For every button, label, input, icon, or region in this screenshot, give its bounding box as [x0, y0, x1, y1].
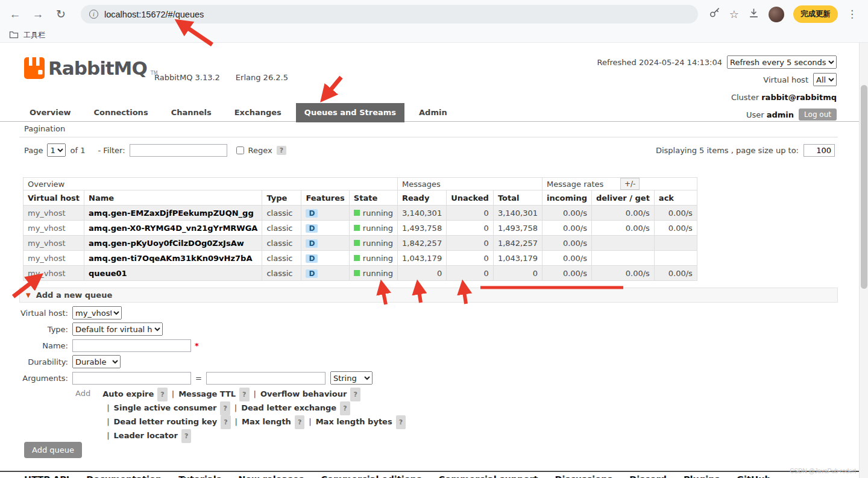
back-icon[interactable]: ←	[6, 5, 24, 24]
arg-shortcut-max-length-bytes[interactable]: Max length bytes?	[316, 417, 406, 426]
col-total[interactable]: Total	[493, 190, 542, 206]
help-badge[interactable]: ?	[350, 388, 360, 401]
durability-select[interactable]: Durable	[72, 355, 121, 368]
col-virtual-host[interactable]: Virtual host	[24, 190, 84, 206]
footer-link-http-api[interactable]: HTTP API	[24, 474, 69, 478]
col-name[interactable]: Name	[84, 190, 262, 206]
bookmarks-folder-label[interactable]: 工具栏	[24, 30, 45, 40]
password-key-icon[interactable]	[709, 7, 720, 21]
tab-exchanges[interactable]: Exchanges	[226, 103, 290, 122]
column-toggle-button[interactable]: +/-	[620, 178, 640, 190]
add-queue-section-header[interactable]: ▼ Add a new queue	[19, 288, 838, 303]
footer-link-tutorials[interactable]: Tutorials	[178, 474, 221, 478]
footer-link-documentation[interactable]: Documentation	[86, 474, 162, 478]
argument-type-select[interactable]: String	[330, 371, 373, 385]
footer-link-discord[interactable]: Discord	[629, 474, 667, 478]
browser-chrome: ← → ↻ i localhost:15672/#/queues ☆ 完成更新 …	[0, 0, 868, 43]
queue-name-input[interactable]	[72, 339, 191, 352]
reload-icon[interactable]: ↻	[52, 5, 70, 24]
arg-shortcut-dead-letter-routing-key[interactable]: Dead letter routing key?	[114, 417, 231, 426]
argument-key-input[interactable]	[72, 372, 191, 385]
queue-row[interactable]: my_vhost amq.gen-pKyUoy0fCilzDOg0ZxJsAw …	[24, 236, 697, 251]
cell-virtual-host: my_vhost	[24, 266, 84, 281]
footer-link-plugins[interactable]: Plugins	[684, 474, 720, 478]
footer-link-new-releases[interactable]: New releases	[238, 474, 304, 478]
help-badge[interactable]: ?	[181, 429, 191, 443]
footer-link-commercial-support[interactable]: Commercial support	[439, 474, 538, 478]
help-badge[interactable]: ?	[157, 388, 167, 401]
footer-link-github[interactable]: GitHub	[737, 474, 771, 478]
tab-queues-and-streams[interactable]: Queues and Streams	[296, 103, 404, 122]
col-deliver-get[interactable]: deliver / get	[591, 190, 654, 206]
regex-help-badge[interactable]: ?	[277, 146, 286, 155]
col-type[interactable]: Type	[262, 190, 301, 206]
cell-queue-name[interactable]: queue01	[84, 266, 262, 281]
col-state[interactable]: State	[349, 190, 397, 206]
durable-badge: D	[306, 254, 318, 263]
queue-row[interactable]: my_vhost amq.gen-X0-RYMG4D_vn21gYrMRWGA …	[24, 221, 697, 236]
address-bar[interactable]: i localhost:15672/#/queues	[81, 5, 698, 24]
forward-icon[interactable]: →	[29, 5, 47, 24]
col-features[interactable]: Features	[301, 190, 349, 206]
col-ack[interactable]: ack	[654, 190, 697, 206]
footer-link-discussions[interactable]: Discussions	[555, 474, 613, 478]
help-badge[interactable]: ?	[220, 401, 230, 415]
tab-connections[interactable]: Connections	[86, 103, 157, 122]
help-badge[interactable]: ?	[239, 388, 249, 401]
scrollbar[interactable]	[859, 43, 868, 478]
help-badge[interactable]: ?	[295, 415, 304, 429]
cell-queue-name[interactable]: amq.gen-ti7OqeAKm31kKn09vHz7bA	[84, 251, 262, 266]
cell-state: running	[349, 206, 397, 221]
download-icon[interactable]	[748, 7, 760, 21]
argument-value-input[interactable]	[206, 372, 326, 385]
footer-link-commercial-editions[interactable]: Commercial editions	[321, 474, 421, 478]
arg-shortcut-overflow-behaviour[interactable]: Overflow behaviour?	[260, 389, 360, 398]
page-select[interactable]: 1	[47, 143, 66, 157]
col-incoming[interactable]: incoming	[542, 190, 592, 206]
filter-input[interactable]	[130, 144, 227, 157]
filter-label: - Filter:	[98, 146, 125, 155]
url-text[interactable]: localhost:15672/#/queues	[104, 10, 204, 19]
tab-channels[interactable]: Channels	[163, 103, 220, 122]
arg-shortcut-message-ttl[interactable]: Message TTL?	[178, 389, 249, 398]
scrollbar-thumb[interactable]	[861, 85, 867, 289]
state-indicator	[354, 255, 360, 261]
arg-shortcut-leader-locator[interactable]: Leader locator?	[114, 431, 192, 440]
bookmark-star-icon[interactable]: ☆	[729, 8, 739, 21]
arg-shortcut-dead-letter-exchange[interactable]: Dead letter exchange?	[241, 403, 350, 412]
cell-queue-name[interactable]: amq.gen-pKyUoy0fCilzDOg0ZxJsAw	[84, 236, 262, 251]
form-type-select[interactable]: Default for virtual host	[72, 322, 163, 336]
col-ready[interactable]: Ready	[398, 190, 447, 206]
help-badge[interactable]: ?	[396, 415, 406, 429]
virtual-host-select[interactable]: All	[813, 73, 837, 86]
col-unacked[interactable]: Unacked	[447, 190, 494, 206]
form-virtual-host-select[interactable]: my_vhost	[72, 306, 122, 319]
cell-queue-name[interactable]: amq.gen-X0-RYMG4D_vn21gYrMRWGA	[84, 221, 262, 236]
arg-shortcut-max-length[interactable]: Max length?	[242, 417, 304, 426]
queue-row[interactable]: my_vhost amq.gen-EMZaxDjfPEekumpZUQN_gg …	[24, 206, 697, 221]
refresh-interval-select[interactable]: Refresh every 5 seconds	[727, 55, 837, 69]
page-label: Page	[24, 146, 43, 155]
logout-button[interactable]: Log out	[799, 108, 837, 121]
cell-queue-name[interactable]: amq.gen-EMZaxDjfPEekumpZUQN_gg	[84, 206, 262, 221]
cell-ack	[654, 236, 697, 251]
page-size-input[interactable]	[804, 144, 835, 157]
rabbitmq-logo[interactable]: RabbitMQ TM	[24, 57, 158, 79]
queue-row[interactable]: my_vhost queue01 classic D running 0 0 0…	[24, 266, 697, 281]
tab-overview[interactable]: Overview	[21, 103, 80, 122]
tab-admin[interactable]: Admin	[410, 103, 456, 122]
add-queue-button[interactable]: Add queue	[24, 442, 82, 458]
chrome-update-button[interactable]: 完成更新	[793, 5, 838, 23]
help-badge[interactable]: ?	[340, 401, 350, 415]
help-badge[interactable]: ?	[221, 415, 230, 429]
regex-checkbox[interactable]	[236, 146, 244, 154]
add-queue-section-title: Add a new queue	[36, 291, 113, 300]
arg-shortcut-single-active-consumer[interactable]: Single active consumer?	[114, 403, 230, 412]
cell-unacked: 0	[447, 221, 494, 236]
profile-avatar[interactable]	[769, 7, 784, 22]
folder-icon[interactable]	[9, 31, 19, 40]
arg-shortcut-auto-expire[interactable]: Auto expire?	[102, 389, 168, 398]
browser-menu-icon[interactable]: ⋮	[847, 8, 857, 20]
site-info-icon[interactable]: i	[89, 10, 98, 19]
queue-row[interactable]: my_vhost amq.gen-ti7OqeAKm31kKn09vHz7bA …	[24, 251, 697, 266]
